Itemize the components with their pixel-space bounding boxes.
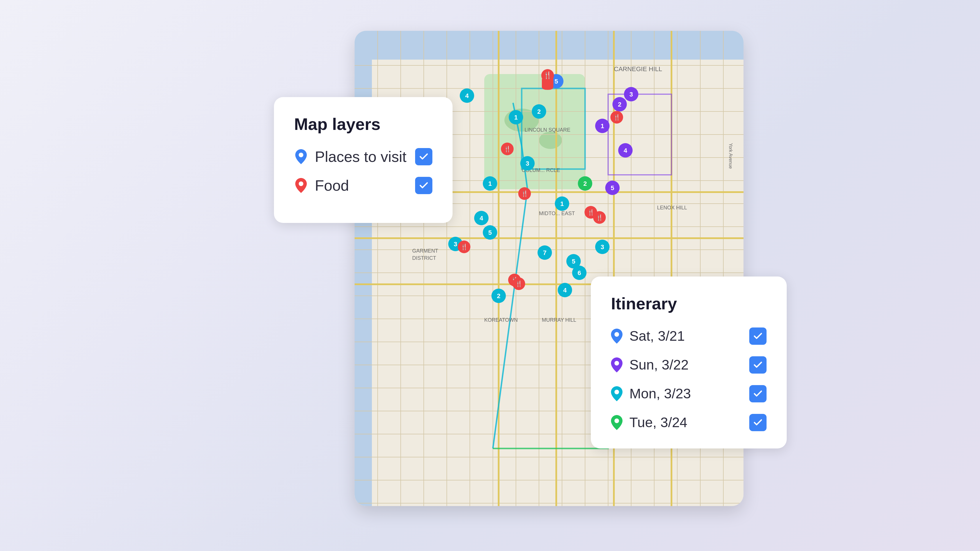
svg-text:5: 5 [611, 184, 614, 192]
svg-text:1: 1 [514, 114, 518, 121]
svg-text:2: 2 [618, 101, 621, 108]
svg-text:LINCOLN SQUARE: LINCOLN SQUARE [525, 127, 570, 133]
svg-text:1: 1 [560, 200, 564, 207]
svg-text:KOREATOWN: KOREATOWN [484, 317, 518, 323]
svg-text:GARMENT: GARMENT [412, 248, 438, 254]
svg-text:🍴: 🍴 [543, 71, 552, 79]
svg-text:1: 1 [488, 180, 492, 187]
svg-text:LENOX HILL: LENOX HILL [657, 205, 687, 211]
svg-text:DISTRICT: DISTRICT [412, 255, 436, 261]
itinerary-left-sat: Sat, 3/21 [611, 328, 685, 344]
map-wrapper: CARNEGIE HILL LINCOLN SQUARE COLUM... RC… [274, 31, 764, 521]
svg-text:7: 7 [543, 249, 546, 256]
svg-text:6: 6 [578, 269, 581, 276]
svg-text:York Avenue: York Avenue [728, 143, 733, 169]
places-pin-icon [294, 148, 308, 165]
itinerary-item-tue: Tue, 3/24 [611, 414, 767, 431]
tue-checkbox[interactable] [749, 414, 767, 431]
sun-date: Sun, 3/22 [629, 357, 689, 373]
itinerary-left-tue: Tue, 3/24 [611, 414, 687, 430]
svg-text:🍴: 🍴 [461, 243, 468, 250]
svg-point-129 [614, 332, 619, 337]
mon-date: Mon, 3/23 [629, 386, 691, 402]
svg-text:5: 5 [555, 78, 558, 85]
places-checkbox[interactable] [415, 148, 433, 165]
svg-point-131 [614, 390, 619, 394]
places-label: Places to visit [315, 148, 406, 165]
svg-text:4: 4 [480, 214, 484, 222]
svg-text:1: 1 [601, 122, 604, 130]
svg-point-127 [299, 152, 303, 157]
itinerary-card: Itinerary Sat, 3/21 [591, 276, 787, 448]
svg-text:5: 5 [572, 258, 575, 265]
food-label: Food [315, 177, 349, 194]
map-layers-card: Map layers Places to visit [274, 97, 453, 223]
svg-text:2: 2 [583, 180, 587, 187]
svg-text:🍴: 🍴 [504, 146, 511, 152]
mon-checkbox[interactable] [749, 385, 767, 402]
svg-point-128 [299, 181, 303, 186]
svg-text:3: 3 [601, 243, 604, 251]
svg-text:🍴: 🍴 [587, 209, 595, 216]
svg-text:MIDTO... EAST: MIDTO... EAST [539, 211, 575, 216]
svg-point-130 [614, 361, 619, 365]
svg-text:2: 2 [537, 108, 541, 115]
svg-rect-2 [355, 31, 743, 60]
svg-text:🍴: 🍴 [521, 190, 528, 197]
food-checkbox[interactable] [415, 177, 433, 194]
svg-text:3: 3 [454, 240, 457, 248]
itinerary-item-sun: Sun, 3/22 [611, 356, 767, 373]
tue-date: Tue, 3/24 [629, 414, 687, 430]
svg-text:🍴: 🍴 [596, 214, 603, 221]
svg-text:4: 4 [563, 287, 567, 294]
svg-text:3: 3 [629, 91, 633, 98]
map-layers-title: Map layers [294, 114, 433, 133]
layer-left-places: Places to visit [294, 148, 406, 165]
itinerary-item-mon: Mon, 3/23 [611, 385, 767, 402]
svg-text:MURRAY HILL: MURRAY HILL [542, 317, 576, 323]
svg-text:4: 4 [624, 147, 627, 154]
svg-text:CARNEGIE HILL: CARNEGIE HILL [614, 65, 662, 73]
itinerary-item-sat: Sat, 3/21 [611, 327, 767, 345]
svg-text:4: 4 [465, 92, 469, 99]
svg-point-132 [614, 419, 619, 423]
svg-text:3: 3 [526, 160, 529, 167]
page-container: CARNEGIE HILL LINCOLN SQUARE COLUM... RC… [0, 0, 980, 551]
sat-date: Sat, 3/21 [629, 328, 685, 344]
sat-checkbox[interactable] [749, 327, 767, 345]
itinerary-title: Itinerary [611, 294, 767, 313]
svg-text:2: 2 [497, 292, 500, 300]
food-pin-icon [294, 177, 308, 194]
layer-item-places: Places to visit [294, 148, 433, 165]
itinerary-left-mon: Mon, 3/23 [611, 386, 691, 402]
svg-text:5: 5 [488, 229, 492, 236]
svg-text:🍴: 🍴 [613, 114, 620, 121]
sun-checkbox[interactable] [749, 356, 767, 373]
itinerary-left-sun: Sun, 3/22 [611, 357, 689, 373]
svg-text:🍴: 🍴 [515, 280, 523, 287]
layer-left-food: Food [294, 177, 349, 194]
layer-item-food: Food [294, 177, 433, 194]
